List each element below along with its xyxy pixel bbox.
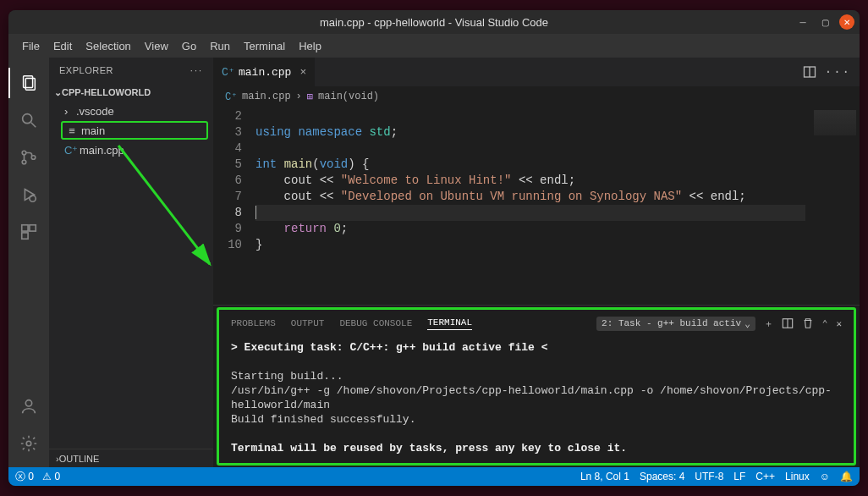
svg-point-13 bbox=[26, 441, 31, 446]
code-editor[interactable]: 2345678910 using namespace std; int main… bbox=[213, 107, 860, 305]
svg-rect-11 bbox=[22, 233, 28, 239]
chevron-down-icon: ⌄ bbox=[54, 87, 62, 98]
function-icon: ⊞ bbox=[307, 91, 313, 103]
window-maximize[interactable]: ▢ bbox=[817, 14, 832, 30]
menubar: File Edit Selection View Go Run Terminal… bbox=[8, 34, 860, 58]
svg-rect-9 bbox=[22, 225, 28, 231]
tree-file-main[interactable]: ≡ main bbox=[61, 121, 208, 140]
activity-search[interactable] bbox=[8, 102, 49, 139]
activity-account[interactable] bbox=[8, 388, 49, 425]
tree-label: main.cpp bbox=[80, 144, 124, 157]
menu-file[interactable]: File bbox=[15, 36, 47, 56]
maximize-panel-icon[interactable]: ⌃ bbox=[822, 318, 828, 329]
split-terminal-icon[interactable] bbox=[782, 317, 794, 329]
breadcrumb-file: main.cpp bbox=[242, 91, 291, 102]
status-host[interactable]: Linux bbox=[785, 471, 810, 482]
explorer-more-icon[interactable]: ··· bbox=[190, 65, 203, 75]
new-terminal-icon[interactable]: ＋ bbox=[764, 317, 773, 330]
menu-edit[interactable]: Edit bbox=[47, 36, 79, 56]
status-feedback-icon[interactable]: ☺ bbox=[820, 471, 830, 482]
menu-view[interactable]: View bbox=[138, 36, 175, 56]
status-encoding[interactable]: UTF-8 bbox=[695, 471, 723, 482]
activity-settings[interactable] bbox=[8, 425, 49, 462]
tab-bar: C⁺ main.cpp × ··· bbox=[213, 58, 860, 86]
editor-group: C⁺ main.cpp × ··· C⁺ main.cpp › ⊞ main(v… bbox=[213, 58, 860, 467]
window-close[interactable]: ✕ bbox=[839, 14, 854, 30]
chevron-right-icon: › bbox=[296, 91, 302, 102]
panel-tab-problems[interactable]: PROBLEMS bbox=[231, 318, 276, 328]
panel-tab-debug[interactable]: DEBUG CONSOLE bbox=[339, 318, 412, 328]
code-content[interactable]: using namespace std; int main(void) { co… bbox=[255, 107, 805, 305]
status-cursor[interactable]: Ln 8, Col 1 bbox=[580, 471, 629, 482]
more-icon[interactable]: ··· bbox=[825, 65, 851, 79]
kill-terminal-icon[interactable] bbox=[802, 317, 814, 329]
status-bar: ⓧ 0 ⚠ 0 Ln 8, Col 1 Spaces: 4 UTF-8 LF C… bbox=[8, 467, 860, 486]
tab-label: main.cpp bbox=[239, 66, 291, 79]
tree-file-main-cpp[interactable]: C⁺ main.cpp bbox=[52, 141, 213, 159]
minimap[interactable] bbox=[805, 107, 860, 305]
breadcrumb[interactable]: C⁺ main.cpp › ⊞ main(void) bbox=[213, 86, 860, 107]
menu-help[interactable]: Help bbox=[292, 36, 328, 56]
tree-label: .vscode bbox=[76, 105, 114, 118]
tree-label: main bbox=[81, 124, 105, 137]
close-panel-icon[interactable]: ✕ bbox=[836, 318, 842, 329]
svg-line-3 bbox=[31, 123, 36, 128]
window-minimize[interactable]: ─ bbox=[795, 14, 810, 30]
activity-debug[interactable] bbox=[8, 176, 49, 213]
panel-tab-output[interactable]: OUTPUT bbox=[291, 318, 325, 328]
tree-folder-vscode[interactable]: › .vscode bbox=[52, 102, 213, 120]
status-eol[interactable]: LF bbox=[733, 471, 745, 482]
menu-run[interactable]: Run bbox=[203, 36, 237, 56]
menu-selection[interactable]: Selection bbox=[79, 36, 137, 56]
terminal-dropdown[interactable]: 2: Task - g++ build activ ⌄ bbox=[596, 317, 755, 331]
tab-main-cpp[interactable]: C⁺ main.cpp × bbox=[213, 58, 315, 86]
line-gutter: 2345678910 bbox=[213, 107, 255, 305]
panel-tab-terminal[interactable]: TERMINAL bbox=[427, 317, 472, 330]
bottom-panel: PROBLEMS OUTPUT DEBUG CONSOLE TERMINAL 2… bbox=[213, 305, 860, 467]
folder-header[interactable]: ⌄ CPP-HELLOWORLD bbox=[49, 83, 213, 102]
explorer-title: EXPLORER bbox=[59, 65, 113, 75]
status-bell-icon[interactable]: 🔔 bbox=[840, 471, 853, 482]
breadcrumb-symbol: main(void) bbox=[318, 91, 379, 102]
cpp-icon: C⁺ bbox=[225, 91, 237, 103]
status-errors[interactable]: ⓧ 0 bbox=[15, 470, 34, 484]
svg-point-4 bbox=[22, 151, 26, 155]
close-icon[interactable]: × bbox=[296, 66, 306, 79]
menu-terminal[interactable]: Terminal bbox=[237, 36, 292, 56]
outline-section[interactable]: › OUTLINE bbox=[49, 449, 213, 467]
status-spaces[interactable]: Spaces: 4 bbox=[640, 471, 684, 482]
svg-point-12 bbox=[25, 400, 31, 406]
vscode-window: main.cpp - cpp-helloworld - Visual Studi… bbox=[8, 10, 860, 486]
svg-point-2 bbox=[23, 114, 32, 124]
split-editor-icon[interactable] bbox=[803, 65, 816, 79]
svg-rect-10 bbox=[30, 225, 36, 231]
menu-go[interactable]: Go bbox=[175, 36, 203, 56]
status-language[interactable]: C++ bbox=[755, 471, 775, 482]
activity-extensions[interactable] bbox=[8, 213, 49, 251]
chevron-right-icon: › bbox=[64, 105, 73, 118]
svg-point-5 bbox=[22, 160, 26, 164]
terminal-output[interactable]: > Executing task: C/C++: g++ build activ… bbox=[219, 337, 854, 463]
chevron-down-icon: ⌄ bbox=[744, 318, 750, 329]
explorer-sidebar: EXPLORER ··· ⌄ CPP-HELLOWORLD › .vscode … bbox=[49, 58, 213, 467]
binary-icon: ≡ bbox=[66, 124, 78, 137]
outline-label: OUTLINE bbox=[59, 454, 100, 464]
activity-bar bbox=[8, 58, 49, 467]
status-warnings[interactable]: ⚠ 0 bbox=[42, 471, 60, 482]
window-title: main.cpp - cpp-helloworld - Visual Studi… bbox=[320, 16, 548, 29]
cpp-icon: C⁺ bbox=[64, 144, 76, 157]
folder-name: CPP-HELLOWORLD bbox=[62, 87, 151, 97]
cpp-icon: C⁺ bbox=[222, 65, 233, 79]
activity-scm[interactable] bbox=[8, 139, 49, 176]
svg-point-6 bbox=[31, 156, 36, 160]
activity-explorer[interactable] bbox=[8, 64, 49, 102]
titlebar: main.cpp - cpp-helloworld - Visual Studi… bbox=[8, 10, 860, 34]
